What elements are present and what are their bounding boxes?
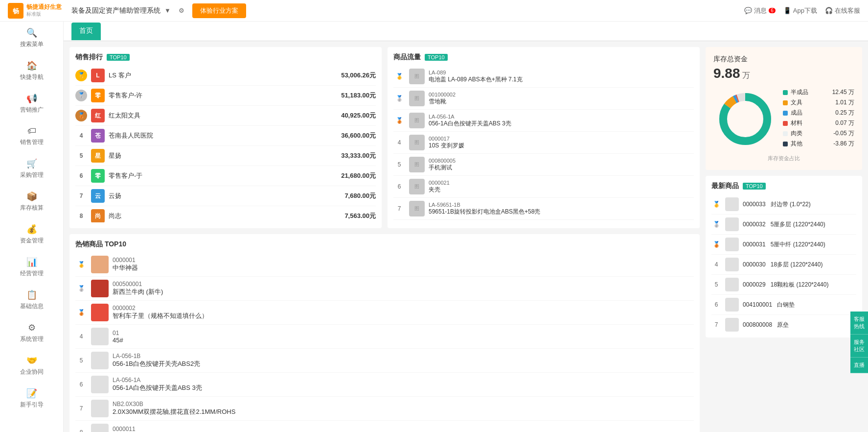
sidebar-item-search[interactable]: 🔍 搜索菜单 [0,22,63,54]
phone-icon: 📱 [783,7,791,14]
legend-label: 半成品 [791,88,829,96]
customer-name: 云扬 [109,192,341,200]
dropdown-icon[interactable]: ▼ [164,7,171,14]
legend-item: 其他 -3.86 万 [783,140,854,148]
rank-number: 5 [75,150,87,162]
new-products-badge: TOP10 [743,183,766,190]
message-btn[interactable]: 💬 消息 6 [744,6,776,15]
product-thumbnail: 图 [409,113,425,128]
sidebar-item-quick[interactable]: 🏠 快捷导航 [0,54,63,87]
product-flow-badge: TOP10 [425,54,448,61]
legend-value: -3.86 万 [833,140,854,148]
sidebar-item-company[interactable]: 🤝 企业协同 [0,349,63,382]
chart-subtitle: 库存资金占比 [713,155,854,162]
product-name: 电池盖 LA-089 ABS本色+黑种 7.1克 [429,75,523,84]
legend-item: 材料 0.07 万 [783,119,854,127]
hot-rank: 6 [75,381,87,388]
new-rank: 🥇 [711,201,721,208]
legend-item: 成品 0.25 万 [783,109,854,117]
flow-rank: 5 [393,161,405,168]
sidebar-item-guide[interactable]: 📝 新手引导 [0,382,63,415]
hot-product-name: 45# [113,336,123,344]
customer-rank-row: 🥇 L LS 客户 53,006.26元 [75,66,376,86]
hot-product-name: 056-1A白色按键开关盖ABS 3壳 [113,384,202,392]
donut-chart [713,87,777,151]
sidebar-label-finance: 资金管理 [20,237,44,245]
hot-product-img [91,304,109,321]
hot-products-header: 热销商品 TOP10 [75,240,694,249]
new-product-row: 6 004100001 白钢垫 [711,295,856,315]
product-flow-row: 🥇 图 LA-089 电池盖 LA-089 ABS本色+黑种 7.1克 [393,66,694,88]
sidebar-item-marketing[interactable]: 📢 营销推广 [0,87,63,120]
customer-avatar: 尚 [91,209,105,222]
flow-rank: 🥈 [393,95,405,102]
customer-name: 零售客户-许 [109,91,337,100]
guide-icon: 📝 [26,388,37,399]
inventory-unit: 万 [742,71,750,81]
hot-product-row: 4 01 45# [75,325,694,349]
customer-avatar: 零 [91,169,105,183]
sidebar-label-search: 搜索菜单 [20,40,44,48]
company-icon: 🤝 [26,355,37,366]
sidebar-item-base[interactable]: 📋 基础信息 [0,284,63,316]
customer-rank-row: 5 星 星扬 33,333.00元 [75,146,376,166]
tab-home[interactable]: 首页 [71,23,101,40]
sidebar-item-inventory[interactable]: 📦 库存核算 [0,185,63,218]
sidebar-item-finance[interactable]: 💰 资金管理 [0,218,63,251]
sidebar-item-system[interactable]: ⚙ 系统管理 [0,316,63,349]
hot-product-img [91,424,109,432]
new-product-img [725,318,739,332]
hot-product-code: LA-056-1A [113,377,202,384]
app-download-btn[interactable]: 📱 App下载 [783,6,817,15]
customer-rank-row: 4 苍 苍南县人民医院 36,600.00元 [75,126,376,146]
svg-text:畅: 畅 [13,7,19,15]
logo-area: 畅 畅捷通好生意 标准版 [8,3,71,19]
customer-rank-row: 6 零 零售客户-于 21,680.00元 [75,166,376,186]
product-thumbnail: 图 [409,157,425,172]
product-flow-header: 商品流量 TOP10 [393,53,694,62]
customer-amount: 40,925.00元 [341,111,376,120]
customer-name: 尚志 [109,212,341,220]
home-icon: 🏠 [26,60,37,71]
hot-product-code: LA-056-1B [113,353,200,360]
sidebar-item-sales[interactable]: 🏷 销售管理 [0,120,63,152]
product-code: 001000002 [429,92,456,97]
new-rank: 5 [711,281,721,288]
product-flow-row: 4 图 0000017 10S 变刹罗媛 [393,132,694,154]
hot-product-img [91,280,109,297]
product-thumbnail: 图 [409,91,425,106]
gear-icon[interactable]: ⚙ [175,4,188,18]
hot-product-img [91,400,109,417]
product-code: LA-089 [429,70,523,75]
hot-product-row: 🥇 0000001 中华神器 [75,253,694,277]
new-product-img [725,238,739,251]
customer-amount: 53,006.26元 [341,71,376,80]
sidebar-item-purchase[interactable]: 🛒 采购管理 [0,152,63,185]
sidebar-item-operation[interactable]: 📊 经营管理 [0,251,63,284]
float-btn-live[interactable]: 直播 [850,358,868,373]
header-right: 💬 消息 6 📱 App下载 🎧 在线客服 [744,6,860,15]
hot-product-img [91,376,109,393]
product-code: LA-056-1A [429,114,511,120]
hot-rank: 5 [75,357,87,364]
customer-rank-row: 🥈 零 零售客户-许 51,183.00元 [75,86,376,106]
flow-rank: 🥇 [393,73,405,80]
product-flow-card: 商品流量 TOP10 🥇 图 LA-089 电池盖 LA-089 ABS本色+黑… [388,47,700,228]
new-product-row: 🥈 0000032 5厘多层 (1220*2440) [711,215,856,235]
hot-product-img [91,352,109,369]
float-btn-community[interactable]: 服务社区 [850,335,868,358]
service-btn[interactable]: 🎧 在线客服 [825,6,860,15]
product-name: 雪地靴 [429,97,456,106]
new-product-info: 0000032 5厘多层 (1220*2440) [743,220,856,229]
rank-number: 7 [75,190,87,202]
legend-label: 肉类 [791,129,830,138]
float-buttons: 客服热线 服务社区 直播 [850,312,868,373]
trial-button[interactable]: 体验行业方案 [192,3,246,18]
legend-value: 0.07 万 [835,119,854,127]
new-rank: 🥈 [711,221,721,228]
rank-number: 8 [75,210,87,222]
customer-amount: 36,600.00元 [341,131,376,140]
marketing-icon: 📢 [26,93,37,104]
rank-medal: 🥈 [75,90,87,101]
float-btn-service[interactable]: 客服热线 [850,312,868,335]
